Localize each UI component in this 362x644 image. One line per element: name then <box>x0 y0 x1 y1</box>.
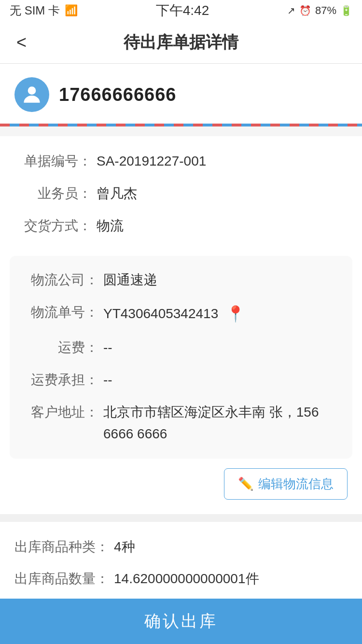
sales-person-label: 业务员： <box>14 183 92 205</box>
product-type-value: 4种 <box>109 536 348 558</box>
location-icon: ↗ <box>287 5 295 16</box>
battery-label: 87% <box>315 4 336 17</box>
delivery-method-row: 交货方式： 物流 <box>14 215 348 237</box>
order-info-section: 单据编号： SA-20191227-001 业务员： 曾凡杰 交货方式： 物流 <box>0 136 362 251</box>
logistics-company-label: 物流公司： <box>21 269 98 291</box>
logistics-section-wrapper: 物流公司： 圆通速递 物流单号： YT43064053424​13 📍 运费： … <box>0 251 362 458</box>
sales-person-row: 业务员： 曾凡杰 <box>14 183 348 205</box>
product-type-row: 出库商品种类： 4种 <box>14 536 348 558</box>
logistics-freight-bearer-value: -- <box>98 369 341 391</box>
confirm-btn-label: 确认出库 <box>144 612 218 630</box>
page-title: 待出库单据详情 <box>124 31 238 54</box>
doc-number-label: 单据编号： <box>14 151 92 172</box>
battery-icon: 🔋 <box>340 5 352 16</box>
confirm-btn-container[interactable]: 确认出库 <box>0 599 362 644</box>
carrier-label: 无 SIM 卡 <box>10 3 60 18</box>
doc-number-row: 单据编号： SA-20191227-001 <box>14 151 348 172</box>
edit-btn-label: 编辑物流信息 <box>258 476 334 492</box>
doc-number-value: SA-20191227-001 <box>92 151 348 172</box>
logistics-freight-value: -- <box>98 337 341 359</box>
logistics-tracking-row: 物流单号： YT43064053424​13 📍 <box>21 302 341 326</box>
gray-separator-1 <box>0 514 362 522</box>
delivery-method-label: 交货方式： <box>14 215 92 237</box>
product-quantity-label: 出库商品数量： <box>14 568 109 590</box>
customer-phone: 17666666666 <box>59 84 176 105</box>
product-section: 出库商品种类： 4种 出库商品数量： 14.620000000000001件 <box>0 522 362 605</box>
logistics-tracking-label: 物流单号： <box>21 302 98 323</box>
location-pin-icon[interactable]: 📍 <box>226 302 245 326</box>
logistics-address-row: 客户地址： 北京市市辖区海淀区永丰南 张，156 6666 6666 <box>21 402 341 445</box>
alarm-icon: ⏰ <box>299 5 311 16</box>
logistics-freight-label: 运费： <box>21 337 98 359</box>
logistics-freight-row: 运费： -- <box>21 337 341 359</box>
color-divider <box>0 124 362 126</box>
status-left: 无 SIM 卡 📶 <box>10 3 78 18</box>
product-quantity-value: 14.620000000000001件 <box>109 568 348 590</box>
logistics-tracking-value: YT43064053424​13 <box>103 303 218 325</box>
logistics-address-value: 北京市市辖区海淀区永丰南 张，156 6666 6666 <box>98 402 341 445</box>
product-type-label: 出库商品种类： <box>14 536 109 558</box>
logistics-company-value: 圆通速递 <box>98 269 341 291</box>
status-bar: 无 SIM 卡 📶 下午4:42 ↗ ⏰ 87% 🔋 <box>0 0 362 21</box>
avatar <box>14 77 49 112</box>
delivery-method-value: 物流 <box>92 215 348 237</box>
logistics-tracking-container: YT43064053424​13 📍 <box>98 302 341 326</box>
logistics-freight-bearer-label: 运费承担： <box>21 369 98 391</box>
product-quantity-row: 出库商品数量： 14.620000000000001件 <box>14 568 348 590</box>
logistics-card: 物流公司： 圆通速递 物流单号： YT43064053424​13 📍 运费： … <box>10 256 352 458</box>
edit-btn-container: ✏️ 编辑物流信息 <box>0 459 362 514</box>
edit-logistics-button[interactable]: ✏️ 编辑物流信息 <box>224 468 348 500</box>
logistics-address-label: 客户地址： <box>21 402 98 423</box>
logistics-company-row: 物流公司： 圆通速递 <box>21 269 341 291</box>
customer-section: 17666666666 <box>0 64 362 124</box>
sales-person-value: 曾凡杰 <box>92 183 348 205</box>
customer-row: 17666666666 <box>14 77 348 124</box>
wifi-icon: 📶 <box>65 4 78 17</box>
person-icon <box>20 83 44 107</box>
nav-bar: < 待出库单据详情 <box>0 21 362 64</box>
logistics-freight-bearer-row: 运费承担： -- <box>21 369 341 391</box>
status-right: ↗ ⏰ 87% 🔋 <box>287 4 352 17</box>
back-button[interactable]: < <box>12 28 31 57</box>
edit-icon: ✏️ <box>238 476 253 491</box>
svg-point-0 <box>28 86 36 95</box>
status-time: 下午4:42 <box>156 1 209 20</box>
